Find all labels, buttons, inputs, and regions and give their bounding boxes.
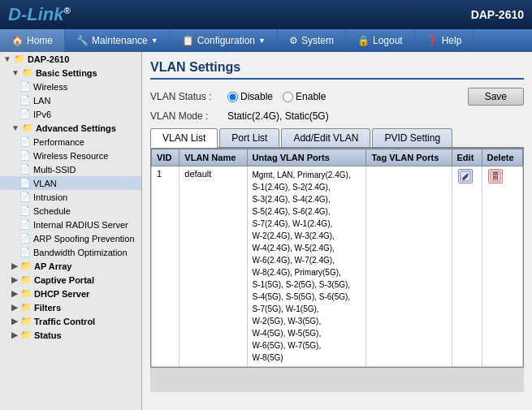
vlan-status-enable-radio[interactable]: Enable (283, 91, 326, 102)
vlan-status-label: VLAN Status : (150, 91, 219, 102)
vlan-status-disable-radio[interactable]: Disable (227, 91, 273, 102)
sidebar-lan-label: LAN (33, 96, 50, 106)
folder-status-icon: 📁 (20, 330, 32, 340)
sidebar-item-vlan[interactable]: 📄 VLAN (0, 176, 141, 190)
doc-schedule-icon: 📄 (19, 205, 31, 216)
sidebar-ap-array-header[interactable]: ▶ 📁 AP Array (0, 259, 141, 273)
tree-expand-basic-icon: ▼ (11, 68, 19, 77)
doc-multi-ssid-icon: 📄 (19, 164, 31, 175)
svg-rect-5 (495, 175, 496, 180)
td-vid: 1 (152, 166, 179, 367)
sidebar-group-basic: ▼ 📁 Basic Settings 📄 Wireless 📄 LAN 📄 IP… (0, 66, 141, 121)
vlan-status-disable-label: Disable (240, 91, 273, 102)
folder-captive-icon: 📁 (20, 274, 32, 285)
doc-wireless-icon: 📄 (19, 81, 31, 92)
tab-pvid-setting[interactable]: PVID Setting (372, 128, 452, 147)
vlan-mode-row: VLAN Mode : Static(2.4G), Static(5G) (150, 110, 524, 122)
doc-wireless-resource-icon: 📄 (19, 150, 31, 161)
svg-rect-2 (492, 174, 499, 175)
nav-help[interactable]: ❓ Help (415, 29, 474, 52)
sidebar-wireless-label: Wireless (33, 82, 67, 92)
sidebar-item-wireless-resource[interactable]: 📄 Wireless Resource (0, 149, 141, 162)
configuration-icon: 📋 (182, 35, 194, 46)
sidebar-traffic-header[interactable]: ▶ 📁 Traffic Control (0, 314, 141, 328)
nav-home-label: Home (27, 35, 53, 46)
model-name: DAP-2610 (471, 8, 524, 21)
home-icon: 🏠 (11, 35, 24, 46)
vlan-status-radio-group: Disable Enable (227, 91, 326, 102)
tree-expand-traffic-icon: ▶ (11, 317, 18, 326)
sidebar-captive-portal-header[interactable]: ▶ 📁 Captive Portal (0, 273, 141, 287)
sidebar-item-lan[interactable]: 📄 LAN (0, 93, 141, 107)
sidebar-intrusion-label: Intrusion (33, 192, 67, 202)
vlan-status-disable-input[interactable] (227, 92, 238, 102)
nav-maintenance[interactable]: 🔧 Maintenance ▼ (65, 29, 171, 52)
sidebar-basic-settings-label: Basic Settings (36, 68, 97, 78)
logout-icon: 🔒 (357, 35, 370, 46)
doc-ipv6-icon: 📄 (19, 109, 31, 119)
delete-icon[interactable] (488, 169, 503, 183)
vlan-status-enable-input[interactable] (283, 92, 293, 102)
tree-expand-advanced-icon: ▼ (11, 123, 19, 132)
main-layout: ▼ 📁 DAP-2610 ▼ 📁 Basic Settings 📄 Wirele… (0, 52, 532, 410)
sidebar-item-schedule[interactable]: 📄 Schedule (0, 204, 141, 218)
folder-basic-icon: 📁 (22, 67, 33, 78)
save-button[interactable]: Save (468, 88, 524, 106)
sidebar-arp-label: ARP Spoofing Prevention (33, 234, 135, 244)
page-title: VLAN Settings (150, 60, 524, 80)
sidebar-item-wireless[interactable]: 📄 Wireless (0, 80, 141, 93)
chevron-down-icon: ▼ (151, 37, 158, 45)
sidebar-ap-array-label: AP Array (34, 261, 71, 271)
sidebar-dhcp-label: DHCP Server (34, 289, 89, 299)
sidebar-performance-label: Performance (33, 137, 84, 147)
sidebar-root-label: DAP-2610 (28, 54, 69, 64)
sidebar-advanced-settings-header[interactable]: ▼ 📁 Advanced Settings (0, 121, 141, 135)
td-delete[interactable] (482, 166, 522, 367)
doc-lan-icon: 📄 (19, 95, 31, 106)
vlan-table-container: VID VLAN Name Untag VLAN Ports Tag VLAN … (150, 148, 524, 368)
sidebar-basic-settings-header[interactable]: ▼ 📁 Basic Settings (0, 66, 141, 80)
td-vlan-name: default (179, 166, 247, 367)
th-vid: VID (152, 149, 179, 166)
tab-add-edit-vlan[interactable]: Add/Edit VLAN (281, 128, 370, 147)
sidebar-item-intrusion[interactable]: 📄 Intrusion (0, 190, 141, 204)
sidebar-bandwidth-label: Bandwidth Optimization (33, 248, 128, 257)
th-vlan-name: VLAN Name (179, 149, 247, 166)
content-area: VLAN Settings VLAN Status : Disable Enab… (142, 52, 532, 410)
sidebar-item-ipv6[interactable]: 📄 IPv6 (0, 107, 141, 121)
doc-radius-icon: 📄 (19, 219, 31, 230)
td-edit[interactable] (452, 166, 482, 367)
sidebar-dhcp-header[interactable]: ▶ 📁 DHCP Server (0, 287, 141, 300)
td-tag-ports (366, 166, 452, 367)
logo: D-Link® (8, 4, 71, 25)
vlan-status-enable-label: Enable (296, 91, 326, 102)
vlan-table: VID VLAN Name Untag VLAN Ports Tag VLAN … (151, 149, 523, 367)
sidebar-multi-ssid-label: Multi-SSID (33, 165, 76, 175)
folder-advanced-icon: 📁 (22, 123, 33, 133)
nav-configuration[interactable]: 📋 Configuration ▼ (171, 29, 278, 52)
sidebar-item-arp-spoofing[interactable]: 📄 ARP Spoofing Prevention (0, 231, 141, 245)
doc-vlan-icon: 📄 (19, 178, 31, 188)
tree-expand-ap-icon: ▶ (11, 261, 18, 270)
nav-system[interactable]: ⚙ System (278, 29, 346, 52)
table-row: 1 default Mgmt, LAN, Primary(2.4G), S-1(… (152, 166, 523, 367)
nav-system-label: System (301, 35, 334, 46)
sidebar-item-internal-radius[interactable]: 📄 Internal RADIUS Server (0, 218, 141, 231)
th-tag-ports: Tag VLAN Ports (366, 149, 452, 166)
edit-icon[interactable] (458, 169, 473, 183)
sidebar-filters-header[interactable]: ▶ 📁 Filters (0, 300, 141, 314)
sidebar-group-advanced: ▼ 📁 Advanced Settings 📄 Performance 📄 Wi… (0, 121, 141, 259)
navbar: 🏠 Home 🔧 Maintenance ▼ 📋 Configuration ▼… (0, 29, 532, 52)
tab-port-list[interactable]: Port List (219, 128, 279, 147)
sidebar-root[interactable]: ▼ 📁 DAP-2610 (0, 52, 141, 66)
nav-logout[interactable]: 🔒 Logout (346, 29, 415, 52)
sidebar-item-bandwidth[interactable]: 📄 Bandwidth Optimization (0, 245, 141, 259)
sidebar-status-header[interactable]: ▶ 📁 Status (0, 328, 141, 342)
sidebar-item-performance[interactable]: 📄 Performance (0, 135, 141, 149)
tab-vlan-list[interactable]: VLAN List (150, 128, 218, 148)
nav-home[interactable]: 🏠 Home (0, 29, 65, 52)
doc-arp-icon: 📄 (19, 233, 31, 244)
sidebar-radius-label: Internal RADIUS Server (33, 220, 128, 230)
sidebar-item-multi-ssid[interactable]: 📄 Multi-SSID (0, 162, 141, 176)
folder-root-icon: 📁 (14, 54, 25, 64)
